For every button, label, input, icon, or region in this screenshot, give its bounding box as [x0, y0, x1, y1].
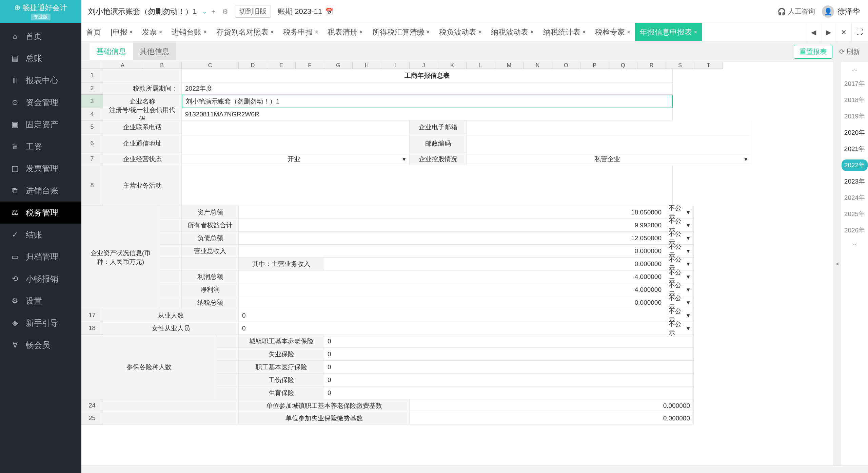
sidebar-item[interactable]: ◈新手引导	[0, 312, 81, 334]
cell[interactable]: 0	[324, 335, 694, 348]
sub-tab-other[interactable]: 其他信息	[133, 43, 176, 60]
cell[interactable]: 企业电子邮箱	[410, 120, 467, 134]
column-header[interactable]: O	[552, 62, 580, 69]
cell[interactable]: 工伤保险	[239, 374, 324, 386]
tab-close-icon[interactable]: ×	[159, 29, 162, 35]
cell[interactable]	[182, 258, 239, 270]
cell[interactable]: 0	[324, 374, 694, 386]
column-header[interactable]: M	[495, 62, 524, 69]
tabs-prev-icon[interactable]: ◀	[806, 23, 821, 41]
row-header[interactable]: 4	[81, 108, 103, 120]
calendar-icon[interactable]: 📅	[325, 7, 333, 16]
cell[interactable]	[103, 412, 239, 424]
account-selector[interactable]: 刘小艳演示账套（勿删勿动！）1 ⌄	[88, 6, 207, 17]
row-header[interactable]: 25	[81, 412, 103, 424]
column-header[interactable]: H	[353, 62, 381, 69]
tab-close-icon[interactable]: ×	[478, 29, 481, 35]
horizontal-scrollbar[interactable]	[81, 466, 868, 473]
tab[interactable]: 纳税波动表×	[486, 23, 538, 41]
cell[interactable]	[467, 120, 751, 134]
tab[interactable]: 发票×	[137, 23, 167, 41]
row-header[interactable]: 24	[81, 399, 103, 412]
cell[interactable]: 单位参加失业保险缴费基数	[239, 412, 410, 424]
cell[interactable]: 城镇职工基本养老保险	[239, 335, 324, 348]
sidebar-item[interactable]: ✓结账	[0, 224, 81, 246]
sidebar-item[interactable]: ⊙资金管理	[0, 91, 81, 113]
sidebar-item[interactable]: ⟲小畅报销	[0, 268, 81, 290]
sub-tab-basic[interactable]: 基础信息	[90, 43, 133, 60]
cell[interactable]: 失业保险	[239, 348, 324, 361]
cell[interactable]: 18.050000	[239, 206, 665, 219]
refresh-button[interactable]: ⟳刷新	[839, 47, 860, 56]
cell[interactable]: 0.000000	[239, 296, 665, 309]
column-header[interactable]: B	[142, 62, 182, 69]
cell[interactable]: 0	[324, 361, 694, 374]
cell[interactable]: 注册号/统一社会信用代码	[103, 108, 182, 120]
row-header[interactable]: 7	[81, 153, 103, 165]
column-header[interactable]: N	[524, 62, 552, 69]
row-header[interactable]: 3	[81, 95, 103, 108]
column-header[interactable]: G	[324, 62, 353, 69]
row-header[interactable]: 17	[81, 309, 103, 322]
cell[interactable]: 0.000000	[410, 412, 694, 424]
row-header[interactable]: 18	[81, 322, 103, 335]
spreadsheet[interactable]: ABCDEFGHIJKLMNOPQRST1工商年报信息表2税款所属期间：2022…	[81, 62, 833, 466]
cell[interactable]: 开业▾	[182, 153, 410, 165]
cell[interactable]: 2022年度	[182, 82, 673, 95]
vertical-scrollbar-handle[interactable]: ◄	[833, 62, 841, 466]
column-header[interactable]: C	[182, 62, 239, 69]
tab[interactable]: 税检专家×	[590, 23, 635, 41]
cell[interactable]: 91320811MA7NGR2W6R	[182, 108, 673, 120]
cell[interactable]: 税款所属期间：	[103, 82, 182, 95]
year-item[interactable]: 2021年	[842, 143, 868, 155]
row-header[interactable]: 5	[81, 120, 103, 134]
tab-close-icon[interactable]: ×	[427, 29, 430, 35]
year-item[interactable]: 2020年	[842, 127, 868, 138]
row-header[interactable]: 1	[81, 69, 103, 82]
cell[interactable]: 利润总额	[182, 270, 239, 283]
tab[interactable]: 纳税统计表×	[538, 23, 590, 41]
year-item[interactable]: 2023年	[842, 176, 868, 187]
cell[interactable]: 职工基本医疗保险	[239, 361, 324, 374]
cell[interactable]: 女性从业人员	[103, 322, 239, 335]
sidebar-item[interactable]: ⚖税务管理	[0, 202, 81, 224]
tab-close-icon[interactable]: ×	[315, 29, 318, 35]
tab-close-icon[interactable]: ×	[271, 29, 274, 35]
tab[interactable]: 存货别名对照表×	[212, 23, 278, 41]
column-header[interactable]: S	[666, 62, 694, 69]
cell[interactable]: 企业经营状态	[103, 153, 182, 165]
column-header[interactable]: D	[239, 62, 267, 69]
cell[interactable]: 生育保险	[239, 386, 324, 399]
gear-icon[interactable]: ⚙	[219, 7, 231, 16]
tab[interactable]: 税负波动表×	[434, 23, 486, 41]
column-header[interactable]: I	[381, 62, 410, 69]
cell[interactable]: 从业人数	[103, 309, 239, 322]
cell[interactable]: 企业控股情况	[410, 153, 467, 165]
row-header[interactable]: 2	[81, 82, 103, 95]
cell[interactable]: 0.000000	[324, 258, 665, 270]
switch-old-button[interactable]: 切到旧版	[235, 5, 271, 18]
tab[interactable]: 首页	[81, 23, 106, 41]
cell[interactable]	[182, 165, 673, 206]
column-header[interactable]: A	[103, 62, 142, 69]
column-header[interactable]: F	[296, 62, 324, 69]
sidebar-item[interactable]: ▭归档管理	[0, 246, 81, 268]
cell[interactable]: 资产总额	[182, 206, 239, 219]
cell[interactable]: 纳税总额	[182, 296, 239, 309]
period-value[interactable]: 2023-11	[295, 7, 322, 16]
cell[interactable]: 主营业务活动	[103, 165, 182, 206]
column-header[interactable]: E	[267, 62, 296, 69]
sidebar-item[interactable]: ∀畅会员	[0, 334, 81, 356]
cell[interactable]: 0.000000	[410, 399, 694, 412]
tab[interactable]: 所得税汇算清缴×	[368, 23, 434, 41]
sidebar-item[interactable]: ⧉进销台账	[0, 179, 81, 202]
sidebar-item[interactable]: ⌂首页	[0, 25, 81, 47]
tab-close-icon[interactable]: ×	[130, 29, 133, 35]
tab-close-icon[interactable]: ×	[530, 29, 533, 35]
cell[interactable]: 工商年报信息表	[182, 69, 673, 82]
tab[interactable]: |申报×	[106, 23, 137, 41]
column-header[interactable]: K	[438, 62, 467, 69]
row-header[interactable]: 8	[81, 165, 103, 206]
column-header[interactable]: L	[467, 62, 495, 69]
sidebar-item[interactable]: ◫发票管理	[0, 157, 81, 179]
